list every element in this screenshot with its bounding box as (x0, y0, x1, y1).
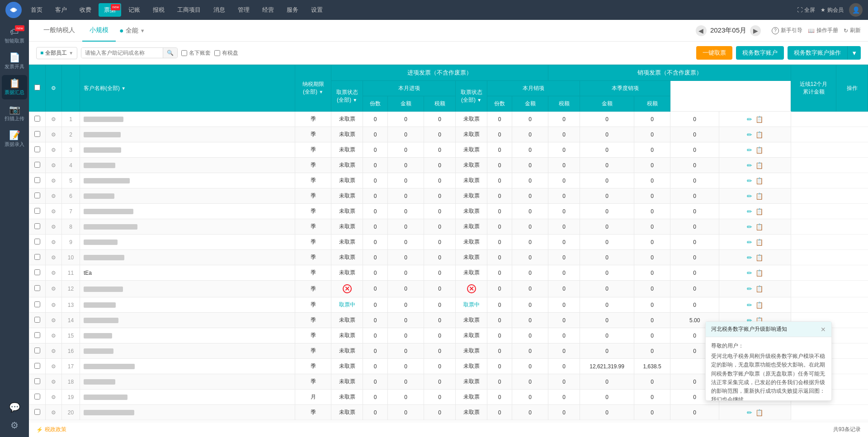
sidebar-item-ticket-entry[interactable]: 📝 票据录入 (2, 127, 27, 151)
tab-small-scale[interactable]: 小规模 (82, 20, 116, 42)
refresh-btn[interactable]: ↻ 刷新 (844, 27, 861, 34)
row-checkbox[interactable] (34, 223, 40, 229)
row-checkbox[interactable] (34, 146, 40, 152)
row-checkbox[interactable] (34, 285, 40, 291)
copy-icon[interactable]: 📋 (755, 208, 763, 215)
edit-icon[interactable]: ✏ (747, 254, 752, 261)
row-num: 19 (62, 390, 80, 405)
copy-icon[interactable]: 📋 (755, 177, 763, 184)
nav-tax[interactable]: 报税 (147, 3, 170, 17)
nav-accounting[interactable]: 记账 (123, 3, 146, 17)
subaccount-checkbox[interactable] (181, 50, 187, 56)
copy-icon[interactable]: 📋 (755, 301, 763, 309)
nav-fee[interactable]: 收费 (74, 3, 97, 17)
nav-customer[interactable]: 客户 (50, 3, 72, 17)
select-all-checkbox[interactable] (34, 85, 40, 90)
row-qtr-tax: 0 (634, 112, 670, 127)
period-prev-btn[interactable]: ◀ (696, 25, 707, 36)
row-checkbox-cell (29, 405, 46, 420)
svg-point-1 (12, 8, 15, 12)
sidebar-item-gear[interactable]: ⚙ (2, 417, 27, 433)
row-checkbox[interactable] (34, 239, 40, 244)
sidebar-item-chat[interactable]: 💬 (2, 399, 27, 415)
popup-close-btn[interactable]: ✕ (821, 326, 826, 333)
member-btn[interactable]: ★ 购会员 (821, 6, 844, 14)
sidebar-item-smart-ticket[interactable]: 🏷 智能取票 new (2, 23, 27, 47)
row-checkbox[interactable] (34, 131, 40, 137)
edit-icon[interactable]: ✏ (747, 116, 752, 123)
one-click-ticket-btn[interactable]: 一键取票 (696, 46, 732, 60)
edit-icon[interactable]: ✏ (747, 162, 752, 169)
nav-operation[interactable]: 经营 (257, 3, 279, 17)
th-in-tax: 税额 (424, 96, 456, 112)
nav-manage[interactable]: 管理 (232, 3, 255, 17)
row-in-status: 未取票 (331, 359, 363, 374)
edit-icon[interactable]: ✏ (747, 301, 752, 309)
edit-icon[interactable]: ✏ (747, 131, 752, 138)
row-checkbox[interactable] (34, 378, 40, 384)
row-checkbox[interactable] (34, 301, 40, 307)
row-checkbox[interactable] (34, 116, 40, 122)
edit-icon[interactable]: ✏ (747, 285, 752, 292)
nav-settings[interactable]: 设置 (306, 3, 328, 17)
new-guide-btn[interactable]: ? 新手引导 (772, 27, 802, 34)
nav-business[interactable]: 工商项目 (172, 3, 206, 17)
row-checkbox[interactable] (34, 193, 40, 198)
edit-icon[interactable]: ✏ (747, 269, 752, 277)
copy-icon[interactable]: 📋 (755, 409, 763, 416)
taxpan-checkbox[interactable] (214, 50, 220, 56)
row-checkbox[interactable] (34, 317, 40, 323)
edit-icon[interactable]: ✏ (747, 146, 752, 154)
copy-icon[interactable]: 📋 (755, 131, 763, 138)
sidebar-item-ticket-summary[interactable]: 📋 票据汇总 (2, 75, 27, 99)
search-button[interactable]: 🔍 (163, 48, 177, 58)
copy-icon[interactable]: 📋 (755, 146, 763, 154)
row-checkbox[interactable] (34, 208, 40, 214)
tab-quaneng[interactable]: ● 全能 ▼ (116, 27, 149, 35)
row-checkbox[interactable] (34, 332, 40, 338)
tab-general-taxpayer[interactable]: 一般纳税人 (36, 20, 82, 42)
edit-icon[interactable]: ✏ (747, 239, 752, 246)
tax-digital-account-btn[interactable]: 税务数字账户 (736, 46, 784, 60)
row-checkbox[interactable] (34, 269, 40, 275)
tax-digital-account-action-btn[interactable]: 税务数字账户操作 (788, 46, 847, 60)
sidebar-item-invoice-open[interactable]: 📄 发票开具 (2, 49, 27, 73)
avatar[interactable]: 👤 (849, 3, 863, 17)
logo-icon[interactable] (5, 2, 22, 18)
row-checkbox[interactable] (34, 348, 40, 353)
copy-icon[interactable]: 📋 (755, 193, 763, 200)
employee-select[interactable]: ■ 全部员工 ▼ (36, 47, 77, 59)
copy-icon[interactable]: 📋 (755, 269, 763, 277)
row-num: 16 (62, 343, 80, 359)
edit-icon[interactable]: ✏ (747, 177, 752, 184)
sidebar-item-scan[interactable]: 📷 扫描上传 (2, 101, 27, 125)
row-checkbox[interactable] (34, 363, 40, 369)
row-checkbox[interactable] (34, 409, 40, 415)
edit-icon[interactable]: ✏ (747, 193, 752, 200)
copy-icon[interactable]: 📋 (755, 162, 763, 169)
fullscreen-btn[interactable]: ⛶ 全屏 (797, 6, 815, 14)
copy-icon[interactable]: 📋 (755, 285, 763, 292)
row-checkbox[interactable] (34, 177, 40, 183)
nav-home[interactable]: 首页 (25, 3, 48, 17)
checkbox-taxpan[interactable]: 有税盘 (214, 49, 238, 57)
tax-digital-account-dropdown-btn[interactable]: ▼ (847, 46, 861, 60)
nav-message[interactable]: 消息 (208, 3, 231, 17)
copy-icon[interactable]: 📋 (755, 116, 763, 123)
row-checkbox[interactable] (34, 162, 40, 168)
tax-policy-link[interactable]: ⚡ 税政政策 (36, 426, 66, 433)
manual-btn[interactable]: 📖 操作手册 (808, 27, 838, 34)
nav-ticket[interactable]: 票据 new (99, 3, 121, 17)
copy-icon[interactable]: 📋 (755, 239, 763, 246)
nav-service[interactable]: 服务 (281, 3, 304, 17)
search-input[interactable] (81, 48, 163, 58)
edit-icon[interactable]: ✏ (747, 223, 752, 230)
copy-icon[interactable]: 📋 (755, 223, 763, 230)
checkbox-subaccount[interactable]: 名下账套 (181, 49, 211, 57)
period-next-btn[interactable]: ▶ (750, 25, 761, 36)
copy-icon[interactable]: 📋 (755, 254, 763, 261)
edit-icon[interactable]: ✏ (747, 208, 752, 215)
edit-icon[interactable]: ✏ (747, 409, 752, 416)
row-checkbox[interactable] (34, 254, 40, 260)
row-checkbox[interactable] (34, 394, 40, 399)
